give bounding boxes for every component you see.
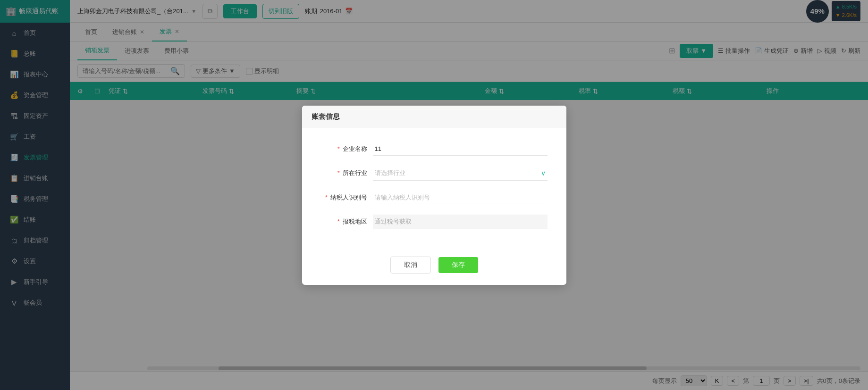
form-row-company-name: * 企业名称 xyxy=(321,142,548,156)
tax-id-label: * 纳税人识别号 xyxy=(321,193,373,202)
save-button[interactable]: 保存 xyxy=(438,257,478,273)
industry-label: * 所在行业 xyxy=(321,169,373,177)
dialog-body: * 企业名称 * 所在行业 请选择行业 ∨ * xyxy=(302,128,566,249)
company-name-input[interactable] xyxy=(373,142,548,156)
form-row-industry: * 所在行业 请选择行业 ∨ xyxy=(321,166,548,181)
dialog-footer: 取消 保存 xyxy=(302,249,566,285)
tax-region-placeholder: 通过税号获取 xyxy=(375,218,412,225)
tax-id-input[interactable] xyxy=(373,191,548,204)
dialog-overlay: 账套信息 * 企业名称 * 所在行业 请选择行业 ∨ xyxy=(0,0,868,390)
tax-region-display: 通过税号获取 xyxy=(373,215,548,229)
form-row-tax-id: * 纳税人识别号 xyxy=(321,191,548,204)
tax-region-label: * 报税地区 xyxy=(321,217,373,226)
industry-dropdown-icon: ∨ xyxy=(541,169,546,177)
industry-select[interactable]: 请选择行业 ∨ xyxy=(373,166,548,181)
cancel-button[interactable]: 取消 xyxy=(390,257,431,274)
account-info-dialog: 账套信息 * 企业名称 * 所在行业 请选择行业 ∨ xyxy=(302,106,566,285)
dialog-title: 账套信息 xyxy=(312,112,340,120)
company-name-label: * 企业名称 xyxy=(321,145,373,153)
form-row-tax-region: * 报税地区 通过税号获取 xyxy=(321,215,548,229)
dialog-header: 账套信息 xyxy=(302,106,566,128)
industry-placeholder: 请选择行业 xyxy=(375,169,405,177)
